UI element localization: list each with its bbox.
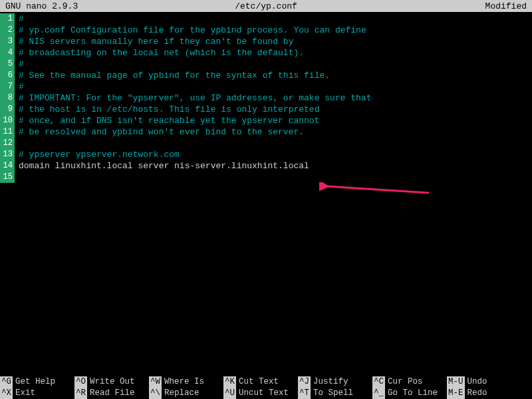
shortcut-label: Go To Line	[388, 388, 438, 399]
line-number: 4	[0, 47, 15, 59]
editor-line[interactable]: 11# be resolved and ypbind won't ever bi…	[0, 126, 532, 138]
shortcut-label: Read File	[90, 388, 135, 399]
editor-line[interactable]: 1#	[0, 13, 532, 25]
editor-line[interactable]: 13# ypserver ypserver.network.com	[0, 149, 532, 160]
shortcut-item[interactable]: ^TTo Spell	[298, 388, 372, 399]
line-text: #	[19, 13, 24, 25]
shortcut-item[interactable]: ^RRead File	[74, 388, 149, 399]
shortcut-label: Undo	[467, 376, 487, 388]
line-number: 10	[0, 115, 15, 126]
shortcut-key: ^\	[149, 388, 162, 399]
line-text: # be resolved and ypbind won't ever bind…	[19, 126, 304, 138]
shortcut-item[interactable]: M-ERedo	[447, 388, 499, 399]
shortcut-label: Redo	[467, 388, 487, 399]
shortcut-item[interactable]: ^XExit	[0, 388, 74, 399]
shortcut-item[interactable]: ^KCut Text	[223, 376, 298, 388]
editor-line[interactable]: 8# IMPORTANT: For the "ypserver", use IP…	[0, 92, 532, 104]
line-number: 5	[0, 59, 15, 70]
shortcut-item[interactable]: ^CCur Pos	[372, 376, 447, 388]
shortcut-label: Get Help	[15, 376, 55, 388]
line-text: # IMPORTANT: For the "ypserver", use IP …	[19, 92, 372, 104]
line-text: # yp.conf Configuration file for the ypb…	[19, 25, 366, 36]
editor-line[interactable]: 6# See the manual page of ypbind for the…	[0, 70, 532, 81]
editor-line[interactable]: 7#	[0, 81, 532, 92]
line-number: 12	[0, 138, 15, 149]
shortcut-key: ^W	[149, 376, 162, 388]
editor-line[interactable]: 9# the host is in /etc/hosts. This file …	[0, 104, 532, 115]
shortcut-item[interactable]: ^WWhere Is	[149, 376, 223, 388]
editor-line[interactable]: 4# broadcasting on the local net (which …	[0, 47, 532, 59]
shortcut-key: M-E	[447, 388, 465, 399]
editor-line[interactable]: 12	[0, 138, 532, 149]
shortcut-item[interactable]: ^JJustify	[298, 376, 372, 388]
shortcut-item[interactable]: ^OWrite Out	[74, 376, 149, 388]
line-text: # broadcasting on the local net (which i…	[19, 47, 304, 59]
line-number: 7	[0, 81, 15, 92]
shortcut-label: Where Is	[164, 376, 204, 388]
line-text: #	[19, 81, 24, 92]
editor-line[interactable]: 10# once, and if DNS isn't reachable yet…	[0, 115, 532, 126]
shortcut-label: Justify	[313, 376, 348, 388]
editor-line[interactable]: 3# NIS servers manually here if they can…	[0, 36, 532, 47]
shortcut-item[interactable]: ^_Go To Line	[372, 388, 447, 399]
editor-line[interactable]: 5#	[0, 59, 532, 70]
line-number: 14	[0, 160, 15, 172]
shortcut-label: Uncut Text	[239, 388, 289, 399]
editor-line[interactable]: 2# yp.conf Configuration file for the yp…	[0, 25, 532, 36]
shortcut-label: Cut Text	[239, 376, 279, 388]
line-text: # once, and if DNS isn't reachable yet t…	[19, 115, 319, 126]
shortcut-label: Replace	[164, 388, 200, 399]
line-number: 3	[0, 36, 15, 47]
line-text: # NIS servers manually here if they can'…	[19, 36, 293, 47]
shortcut-item[interactable]: ^UUncut Text	[223, 388, 298, 399]
editor-line[interactable]: 14domain linuxhint.local server nis-serv…	[0, 160, 532, 172]
shortcut-key: ^_	[372, 388, 385, 399]
line-number: 8	[0, 92, 15, 104]
shortcut-item[interactable]: ^\Replace	[149, 388, 223, 399]
shortcut-key: ^U	[223, 388, 236, 399]
editor-line[interactable]: 15	[0, 172, 532, 183]
shortcut-label: Exit	[15, 388, 35, 399]
app-name: GNU nano 2.9.3	[5, 1, 78, 11]
editor-area[interactable]: 1#2# yp.conf Configuration file for the …	[0, 12, 532, 183]
shortcut-label: Cur Pos	[388, 376, 423, 388]
line-number: 9	[0, 104, 15, 115]
shortcut-label: Write Out	[90, 376, 135, 388]
line-text: domain linuxhint.local server nis-server…	[19, 160, 309, 172]
line-number: 11	[0, 126, 15, 138]
line-number: 13	[0, 149, 15, 160]
shortcut-key: ^G	[0, 376, 13, 388]
title-bar: GNU nano 2.9.3 /etc/yp.conf Modified	[0, 0, 532, 12]
shortcut-key: ^R	[74, 388, 87, 399]
line-number: 1	[0, 13, 15, 25]
shortcut-key: ^X	[0, 388, 13, 399]
shortcut-key: ^J	[298, 376, 311, 388]
shortcut-item[interactable]: M-UUndo	[447, 376, 499, 388]
shortcut-bar: ^GGet Help^OWrite Out^WWhere Is^KCut Tex…	[0, 376, 532, 399]
line-text: # the host is in /etc/hosts. This file i…	[19, 104, 319, 115]
line-number: 2	[0, 25, 15, 36]
modified-status: Modified	[485, 1, 527, 11]
shortcut-key: ^O	[74, 376, 87, 388]
file-path: /etc/yp.conf	[235, 1, 297, 11]
line-text: # See the manual page of ypbind for the …	[19, 70, 330, 81]
line-number: 6	[0, 70, 15, 81]
annotation-arrow-icon	[319, 182, 432, 196]
shortcut-key: M-U	[447, 376, 465, 388]
svg-line-0	[326, 186, 429, 193]
shortcut-key: ^K	[223, 376, 236, 388]
line-text: #	[19, 59, 24, 70]
shortcut-key: ^C	[372, 376, 385, 388]
line-text: # ypserver ypserver.network.com	[19, 149, 180, 160]
line-number: 15	[0, 172, 15, 183]
shortcut-label: To Spell	[313, 388, 353, 399]
shortcut-key: ^T	[298, 388, 311, 399]
shortcut-item[interactable]: ^GGet Help	[0, 376, 74, 388]
